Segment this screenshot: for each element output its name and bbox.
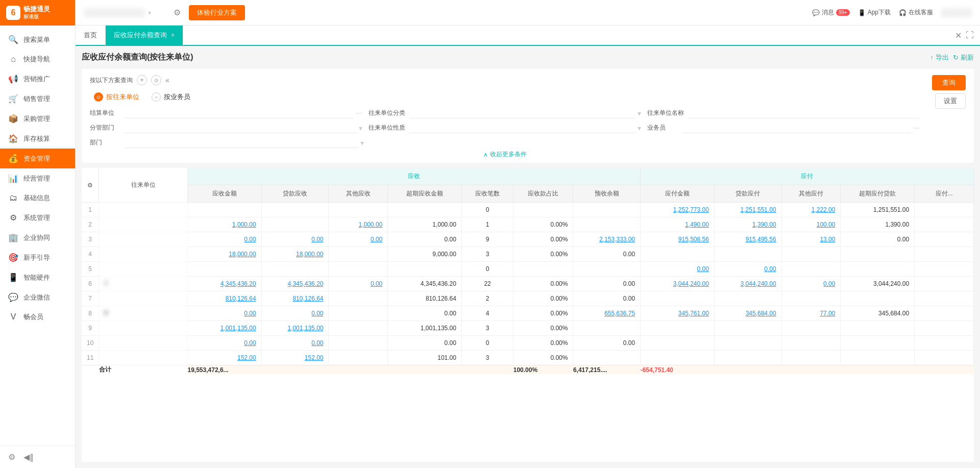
cell[interactable]: 77.00 (781, 306, 841, 321)
sidebar-item-inventory[interactable]: 🏠 库存核算 (0, 129, 75, 149)
close-window-icon[interactable]: ✕ (955, 31, 962, 40)
cell[interactable]: 3,044,240.00 (714, 277, 781, 291)
sidebar-item-finance[interactable]: 💰 资金管理 (0, 149, 75, 168)
cell[interactable]: 0.00 (261, 306, 329, 321)
filter-add-button[interactable]: + (137, 75, 147, 85)
cell[interactable]: 1,222.00 (781, 203, 841, 217)
cell[interactable]: 1,490.00 (641, 217, 715, 232)
cell[interactable] (641, 247, 715, 262)
cell[interactable] (188, 262, 262, 277)
cell[interactable]: 1,001,135.00 (188, 321, 262, 336)
cell[interactable]: 0.00 (641, 262, 715, 277)
cell[interactable]: 915,508.56 (641, 232, 715, 247)
collapse-icon[interactable]: ◀‖ (23, 452, 34, 462)
cell[interactable] (329, 336, 388, 351)
cell[interactable]: 13.00 (781, 232, 841, 247)
sidebar-item-guide[interactable]: 🎯 新手引导 (0, 248, 75, 267)
sidebar-item-member[interactable]: V 畅会员 (0, 307, 75, 327)
cell[interactable]: 810,126.64 (188, 291, 262, 306)
cell[interactable]: 100.00 (781, 217, 841, 232)
cell[interactable] (261, 262, 329, 277)
refresh-button[interactable]: ↻ 刷新 (953, 53, 974, 62)
cell[interactable]: 0.00 (188, 232, 262, 247)
cell[interactable] (261, 217, 329, 232)
sidebar-item-smart-hw[interactable]: 📱 智能硬件 (0, 267, 75, 287)
filter-option-by-partner[interactable]: ⊙ 按往来单位 (90, 90, 143, 104)
cell[interactable]: 3,044,240.00 (641, 277, 715, 291)
department-arrow-icon[interactable]: ▾ (360, 139, 364, 147)
topbar-app-download[interactable]: 📱 App下载 (858, 8, 891, 17)
cell[interactable] (781, 262, 841, 277)
cell[interactable]: 18,000.00 (261, 247, 329, 262)
sidebar-item-sales[interactable]: 🛒 销售管理 (0, 89, 75, 109)
filter-option-by-salesperson[interactable]: ○ 按业务员 (148, 90, 194, 104)
category-arrow-icon[interactable]: ▾ (638, 109, 641, 117)
solution-button[interactable]: 体验行业方案 (189, 5, 245, 20)
cell[interactable] (641, 351, 715, 365)
cell[interactable]: 4,345,436.20 (261, 277, 329, 291)
sidebar-item-basic-info[interactable]: 🗂 基础信息 (0, 188, 75, 208)
cell[interactable] (714, 291, 781, 306)
tab-close-icon[interactable]: × (171, 32, 175, 39)
topbar-gear-icon[interactable]: ⚙ (172, 6, 183, 19)
cell[interactable] (781, 247, 841, 262)
cell[interactable]: 0.00 (188, 336, 262, 351)
cell[interactable]: 18,000.00 (188, 247, 262, 262)
cell[interactable] (329, 291, 388, 306)
footer-ar-amount[interactable]: 19,553,472,6... (188, 365, 262, 375)
cell[interactable]: 1,390.00 (714, 217, 781, 232)
footer-ar-prepaid[interactable]: 6,417,215.... (573, 365, 641, 375)
cell[interactable]: 1,251,551.00 (714, 203, 781, 217)
cell[interactable]: 0.00 (188, 306, 262, 321)
tab-home[interactable]: 首页 (76, 25, 106, 45)
cell[interactable]: 1,252,773.00 (641, 203, 715, 217)
cell[interactable] (329, 247, 388, 262)
cell[interactable]: 915,495.56 (714, 232, 781, 247)
cell[interactable]: 4,345,436.20 (188, 277, 262, 291)
cell[interactable] (714, 247, 781, 262)
sidebar-item-enterprise[interactable]: 🏢 企业协同 (0, 228, 75, 248)
cell[interactable]: 152.00 (261, 351, 329, 365)
dept-arrow-icon[interactable]: ▾ (359, 124, 362, 132)
sidebar-item-system[interactable]: ⚙ 系统管理 (0, 208, 75, 228)
cell[interactable]: 0.00 (261, 232, 329, 247)
cell[interactable] (329, 351, 388, 365)
sidebar-item-marketing[interactable]: 📢 营销推广 (0, 69, 75, 89)
filter-collapse-button[interactable]: « (165, 76, 169, 84)
export-button[interactable]: ↑ 导出 (930, 53, 949, 62)
cell[interactable] (641, 291, 715, 306)
cell[interactable] (714, 336, 781, 351)
tab-ar-ap[interactable]: 应收应付余额查询 × (106, 25, 183, 45)
partner-name-input[interactable] (688, 108, 920, 118)
cell[interactable] (781, 291, 841, 306)
cell[interactable]: 0.00 (781, 277, 841, 291)
topbar-user[interactable] (941, 8, 972, 17)
nature-arrow-icon[interactable]: ▾ (638, 124, 641, 132)
cell[interactable]: 1,000.00 (329, 217, 388, 232)
sidebar-item-purchase[interactable]: 📦 采购管理 (0, 109, 75, 129)
salesperson-dots-icon[interactable]: ··· (913, 124, 920, 133)
cell[interactable]: 345,684.00 (714, 306, 781, 321)
cell[interactable]: 0.00 (329, 232, 388, 247)
cell[interactable]: 0.00 (261, 336, 329, 351)
sidebar-item-quick-nav[interactable]: ⌂ 快捷导航 (0, 50, 75, 69)
settlement-unit-input[interactable] (125, 108, 354, 118)
cell[interactable] (329, 321, 388, 336)
sidebar-item-operations[interactable]: 📊 经营管理 (0, 168, 75, 188)
department-input[interactable] (125, 137, 358, 148)
cell[interactable] (329, 262, 388, 277)
settings-bottom-icon[interactable]: ⚙ (8, 452, 15, 462)
maximize-icon[interactable]: ⛶ (966, 31, 974, 40)
dept-manager-input[interactable] (125, 122, 357, 133)
cell[interactable]: 152.00 (188, 351, 262, 365)
cell[interactable]: 0.00 (714, 262, 781, 277)
cell[interactable]: 810,126.64 (261, 291, 329, 306)
partner-category-input[interactable] (409, 108, 635, 118)
cell[interactable] (781, 351, 841, 365)
settlement-dots-icon[interactable]: ··· (356, 109, 362, 118)
topbar-messages[interactable]: 💬 消息 99+ (812, 8, 850, 17)
query-button[interactable]: 查询 (932, 75, 966, 90)
cell[interactable] (714, 321, 781, 336)
cell[interactable] (641, 321, 715, 336)
cell[interactable] (714, 351, 781, 365)
